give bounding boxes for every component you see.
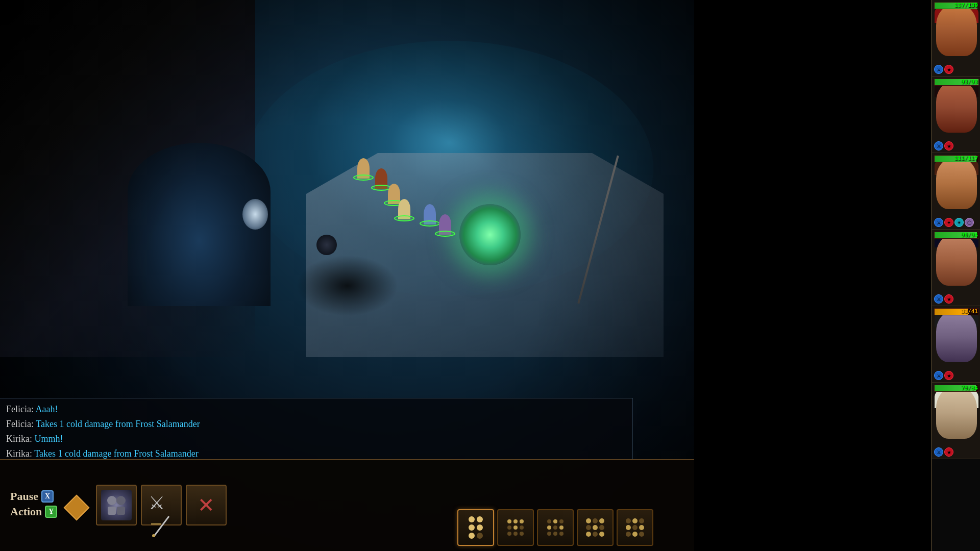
portrait-slot-5[interactable]: 31/41 ⚔ ★ — [932, 306, 980, 383]
dark-creature — [316, 235, 337, 255]
pause-control: Pause X — [10, 490, 57, 503]
orb-pedestal — [459, 204, 521, 265]
character-4 — [398, 199, 410, 219]
combat-log: Felicia: Aaah! Felicia: Takes 1 cold dam… — [0, 398, 633, 459]
portrait-icons-1: ⚔ ★ — [934, 65, 953, 74]
action-buttons: ✕ — [96, 485, 227, 525]
log-name-3: Kirika: — [6, 434, 32, 444]
hp-text-1-full: 137/139 — [954, 2, 978, 9]
icon-status-5: ★ — [944, 371, 953, 380]
action-bar: Pause X Action Y — [0, 459, 694, 551]
portrait-slot-6[interactable]: 79/84 ⚔ ★ — [932, 383, 980, 459]
log-action-3: Ummh! — [35, 434, 63, 444]
icon-sword-5: ⚔ — [934, 371, 943, 380]
ability-1-icon — [469, 516, 483, 539]
cancel-button[interactable]: ✕ — [186, 485, 227, 525]
svg-rect-3 — [117, 507, 125, 515]
svg-line-4 — [154, 516, 169, 537]
portrait-icons-5: ⚔ ★ — [934, 371, 953, 380]
log-action-2: Takes 1 cold damage from Frost Salamande… — [36, 419, 200, 429]
portrait-face-5 — [936, 311, 977, 362]
svg-point-6 — [152, 534, 155, 537]
svg-point-0 — [107, 496, 116, 505]
ability-slot-3[interactable] — [537, 509, 574, 546]
character-5 — [424, 204, 436, 224]
character-2 — [375, 168, 387, 189]
icon-status-3: ✦ — [944, 218, 953, 227]
ability-3-icon — [547, 519, 564, 536]
ability-slot-2[interactable] — [497, 509, 534, 546]
portrait-face-4 — [936, 235, 977, 286]
bottom-hud: Pause X Action Y — [0, 459, 694, 551]
game-viewport: Felicia: Aaah! Felicia: Takes 1 cold dam… — [0, 0, 980, 551]
character-3 — [388, 184, 400, 204]
portrait-face-6 — [936, 388, 977, 439]
hp-text-2-full: 93/93 — [961, 79, 978, 85]
log-line-3: Kirika: Ummh! — [6, 432, 626, 446]
ability-grid — [457, 509, 653, 546]
portrait-slot-4[interactable]: 90/94 ⚔ ★ — [932, 230, 980, 306]
log-name-1: Felicia: — [6, 404, 34, 414]
x-icon: ✕ — [198, 493, 215, 517]
portrait-slot-1[interactable]: 137 137/139 ⚔ ★ — [932, 0, 980, 77]
log-action-1: Aaah! — [36, 404, 58, 414]
hp-text-5-full: 31/41 — [961, 308, 978, 315]
log-name-4: Kirika: — [6, 448, 32, 459]
portrait-icons-2: ⚔ ★ — [934, 141, 953, 151]
ability-slot-5[interactable] — [617, 509, 653, 546]
icon-magic-3: ✴ — [954, 218, 964, 227]
log-line-4: Kirika: Takes 1 cold damage from Frost S… — [6, 447, 626, 461]
portrait-slot-3[interactable]: 111/117 ⚔ ✦ ✴ ⬡ — [932, 153, 980, 230]
ability-slot-1[interactable] — [457, 509, 494, 546]
icon-status-1: ★ — [944, 65, 953, 74]
action-label: Action — [10, 505, 42, 518]
shadow-blob — [296, 255, 398, 316]
svg-point-2 — [116, 496, 126, 505]
sword-icon — [149, 492, 174, 518]
log-action-4: Takes 1 cold damage from Frost Salamande… — [34, 448, 199, 459]
icon-sword-3: ⚔ — [934, 218, 943, 227]
icon-status-2: ★ — [944, 141, 953, 151]
pause-label: Pause — [10, 490, 38, 503]
icon-buff-3: ⬡ — [965, 218, 974, 227]
pause-indicator-icon — [64, 495, 90, 521]
ability-2-icon — [507, 519, 524, 536]
hp-text-4-full: 90/94 — [961, 232, 978, 238]
icon-status-6: ★ — [944, 447, 953, 457]
log-name-2: Felicia: — [6, 419, 34, 429]
icon-sword-2: ⚔ — [934, 141, 943, 151]
portrait-icons-4: ⚔ ★ — [934, 294, 953, 304]
icon-status-4: ★ — [944, 294, 953, 304]
pause-badge[interactable]: X — [41, 490, 54, 503]
portrait-face-3 — [936, 158, 977, 209]
party-icon — [101, 490, 132, 520]
icon-sword-4: ⚔ — [934, 294, 943, 304]
portrait-icons-3: ⚔ ✦ ✴ ⬡ — [934, 218, 974, 227]
ability-5-icon — [626, 518, 644, 537]
portrait-face-1 — [936, 5, 977, 56]
party-sidebar: 137 137/139 ⚔ ★ 93/93 ⚔ ★ — [931, 0, 980, 551]
pause-action-controls: Pause X Action Y — [10, 490, 57, 520]
svg-rect-1 — [108, 507, 116, 515]
portrait-icons-6: ⚔ ★ — [934, 447, 953, 457]
attack-button[interactable] — [141, 485, 182, 525]
hp-text-6-full: 79/84 — [961, 385, 978, 391]
icon-sword-6: ⚔ — [934, 447, 943, 457]
character-6 — [439, 214, 451, 235]
character-1 — [357, 158, 370, 179]
party-button[interactable] — [96, 485, 137, 525]
log-line-2: Felicia: Takes 1 cold damage from Frost … — [6, 417, 626, 431]
action-control: Action Y — [10, 505, 57, 518]
ability-4-icon — [586, 518, 604, 537]
action-badge[interactable]: Y — [45, 506, 57, 518]
portrait-face-2 — [936, 82, 977, 133]
log-line-1: Felicia: Aaah! — [6, 403, 626, 416]
icon-sword-1: ⚔ — [934, 65, 943, 74]
portrait-slot-2[interactable]: 93/93 ⚔ ★ — [932, 77, 980, 153]
ability-slot-4[interactable] — [577, 509, 614, 546]
frost-creature — [242, 199, 268, 230]
hp-text-3-full: 111/117 — [954, 155, 978, 162]
